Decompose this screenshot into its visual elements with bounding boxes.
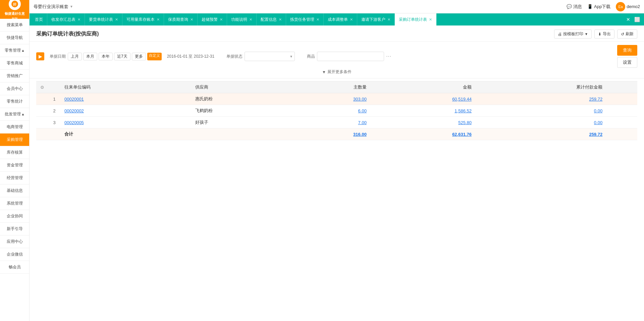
tab-close-icon[interactable]: ✕ <box>316 17 319 22</box>
row-index: 3 <box>48 117 60 128</box>
date-btn-last-month[interactable]: 上月 <box>68 53 82 60</box>
user-profile-btn[interactable]: Ea demo2 <box>616 2 640 11</box>
sidebar-item-15[interactable]: 企业协同 <box>0 210 29 223</box>
export-icon: ⬇ <box>598 32 601 37</box>
nav-tab-0[interactable]: 首页 <box>31 13 47 25</box>
sidebar-item-11[interactable]: 资金管理 <box>0 159 29 172</box>
row-qty[interactable]: 7.00 <box>289 117 371 128</box>
table-row: 3 00020005 好孩子 7.00 525.80 0.00 <box>36 117 637 128</box>
row-settings <box>36 105 48 117</box>
sidebar-item-8[interactable]: 电商管理 <box>0 121 29 133</box>
expand-more-btn[interactable]: ▼ 展开更多条件 <box>322 69 352 75</box>
date-btn-this-year[interactable]: 本年 <box>99 53 113 60</box>
page-content: 采购订单统计表(按供应商) 🖨 按模板打印 ▼ ⬇ 导出 ↺ 刷新 <box>30 25 644 321</box>
dropdown-arrow-icon: ▼ <box>70 5 73 8</box>
date-label: 单据日期 <box>50 54 66 59</box>
nav-expand-btn[interactable]: ⬜ <box>633 16 641 23</box>
status-select[interactable] <box>245 52 295 61</box>
tab-close-icon[interactable]: ✕ <box>350 17 353 22</box>
sidebar-item-4[interactable]: 营销推广 <box>0 70 29 83</box>
sidebar-item-18[interactable]: 企业微信 <box>0 248 29 261</box>
sidebar-item-3[interactable]: 零售商城 <box>0 57 29 70</box>
footer-row: 合计 316.00 62,631.76 259.72 <box>36 128 637 140</box>
tab-label: 保质期查询 <box>168 17 188 22</box>
nav-tab-2[interactable]: 要货单统计表✕ <box>85 13 122 25</box>
date-btn-more[interactable]: 更多 <box>132 53 146 60</box>
nav-tab-1[interactable]: 收发存汇总表✕ <box>47 13 85 25</box>
query-btn-group: 查询 设置 <box>617 45 637 68</box>
sidebar-item-13[interactable]: 基础信息 <box>0 184 29 197</box>
sidebar-item-19[interactable]: 畅会员 <box>0 261 29 274</box>
date-btn-7days[interactable]: 近7天 <box>114 53 130 60</box>
message-btn[interactable]: 💬 消息 <box>567 4 582 10</box>
tab-close-icon[interactable]: ✕ <box>190 17 193 22</box>
sidebar-item-7[interactable]: 批发管理▲ <box>0 108 29 121</box>
column-settings-icon[interactable]: ⚙ <box>40 85 44 90</box>
nav-tab-6[interactable]: 功能说明✕ <box>227 13 257 25</box>
account-dropdown[interactable]: 母婴行业演示账套 ▼ <box>34 4 73 10</box>
tab-close-icon[interactable]: ✕ <box>429 17 432 22</box>
nav-tab-9[interactable]: 成本调整单✕ <box>324 13 357 25</box>
filter-area: ▶ 单据日期 上月 本月 本年 近7天 更多 自定义 2016-01-01 至 … <box>30 42 644 78</box>
row-paid[interactable]: 0.00 <box>476 117 606 128</box>
date-quick-buttons: 上月 本月 本年 近7天 更多 自定义 <box>68 53 162 60</box>
export-button[interactable]: ⬇ 导出 <box>594 30 614 39</box>
tab-close-icon[interactable]: ✕ <box>249 17 252 22</box>
sidebar-item-6[interactable]: 零售统计 <box>0 95 29 108</box>
sidebar-item-1[interactable]: 快捷导航 <box>0 32 29 44</box>
sidebar-item-5[interactable]: 会员中心 <box>0 83 29 95</box>
filter-toggle-button[interactable]: ▶ <box>36 52 44 60</box>
row-amount[interactable]: 1,586.52 <box>371 105 476 117</box>
sidebar-item-16[interactable]: 新手引导 <box>0 223 29 235</box>
row-code[interactable]: 00020001 <box>60 93 191 105</box>
nav-close-btn[interactable]: ✕ <box>625 16 632 23</box>
row-qty[interactable]: 6.00 <box>289 105 371 117</box>
nav-tab-4[interactable]: 保质期查询✕ <box>164 13 198 25</box>
qty-col-header: 主数量 <box>289 82 371 93</box>
refresh-button[interactable]: ↺ 刷新 <box>617 30 637 39</box>
row-code[interactable]: 00020002 <box>60 105 191 117</box>
nav-tab-8[interactable]: 拣货任务管理✕ <box>286 13 324 25</box>
nav-tab-11[interactable]: 采购订单统计表✕ <box>395 13 436 25</box>
tab-close-icon[interactable]: ✕ <box>220 17 223 22</box>
sidebar-item-label: 畅会员 <box>9 265 21 269</box>
tab-close-icon[interactable]: ✕ <box>77 17 80 22</box>
row-amount[interactable]: 525.80 <box>371 117 476 128</box>
nav-tab-10[interactable]: 邀请下游客户✕ <box>357 13 395 25</box>
sidebar-item-2[interactable]: 零售管理▲ <box>0 44 29 57</box>
app-download-btn[interactable]: 📱 App下载 <box>587 4 610 10</box>
row-supplier: 好孩子 <box>191 117 289 128</box>
row-code[interactable]: 00020005 <box>60 117 191 128</box>
row-qty[interactable]: 303.00 <box>289 93 371 105</box>
status-filter-group: 单据状态 <box>226 52 295 61</box>
sidebar-item-label: 采购管理 <box>7 137 23 142</box>
footer-empty1 <box>36 128 48 140</box>
phone-icon: 📱 <box>587 4 593 9</box>
tab-close-icon[interactable]: ✕ <box>157 17 160 22</box>
nav-tab-5[interactable]: 超储预警✕ <box>198 13 227 25</box>
settings-button[interactable]: 设置 <box>617 57 637 68</box>
tab-close-icon[interactable]: ✕ <box>279 17 282 22</box>
data-table: ⚙ 往来单位编码 供应商 主数量 金额 累计付款金额 1 00020001 惠氏… <box>36 81 637 140</box>
date-btn-this-month[interactable]: 本月 <box>83 53 97 60</box>
sidebar-item-17[interactable]: 应用中心 <box>0 235 29 248</box>
sidebar-item-9[interactable]: 采购管理 <box>0 133 29 146</box>
nav-tab-7[interactable]: 配置信息✕ <box>257 13 286 25</box>
more-options-btn[interactable]: ··· <box>386 53 391 59</box>
row-paid[interactable]: 259.72 <box>476 93 606 105</box>
sidebar-item-10[interactable]: 库存核算 <box>0 146 29 159</box>
sidebar-item-12[interactable]: 经营管理 <box>0 172 29 184</box>
nav-tab-3[interactable]: 可用量库存账本✕ <box>122 13 164 25</box>
tab-close-icon[interactable]: ✕ <box>115 17 118 22</box>
row-amount[interactable]: 60,519.44 <box>371 93 476 105</box>
sidebar-item-14[interactable]: 系统管理 <box>0 197 29 210</box>
goods-input[interactable] <box>317 52 384 61</box>
sidebar-item-label: 快捷导航 <box>7 35 23 40</box>
goods-label: 商品 <box>307 54 315 59</box>
row-paid[interactable]: 0.00 <box>476 105 606 117</box>
amount-col-header: 金额 <box>371 82 476 93</box>
print-button[interactable]: 🖨 按模板打印 ▼ <box>554 30 592 39</box>
custom-tag: 自定义 <box>147 53 162 60</box>
query-button[interactable]: 查询 <box>617 45 637 56</box>
tab-close-icon[interactable]: ✕ <box>387 17 390 22</box>
